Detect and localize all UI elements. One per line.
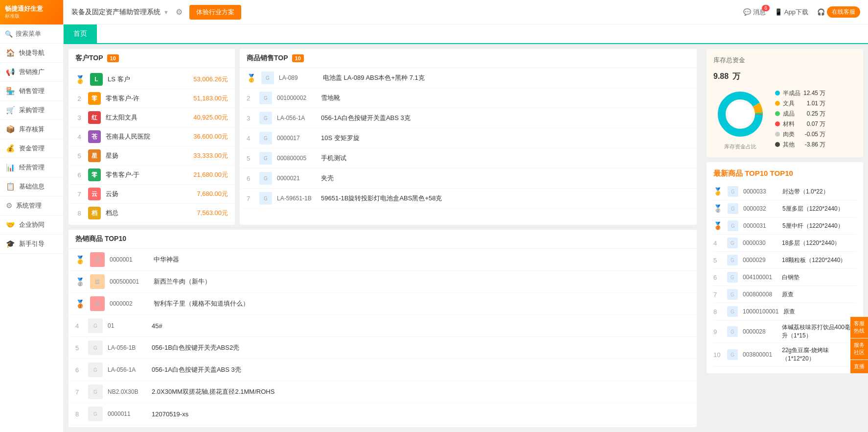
nav-label-sales: 销售管理 — [19, 87, 45, 96]
product-code: 000800005 — [277, 155, 316, 162]
sidebar-item-purchase[interactable]: 🛒采购管理 — [0, 101, 63, 120]
hot-product-row: 6 G LA-056-1A 056-1A白色按键开关盖ABS 3壳 — [69, 359, 697, 381]
legend-dot — [775, 111, 780, 116]
customer-avatar: 苍 — [88, 130, 101, 143]
hot-product-rank: 4 — [75, 322, 83, 330]
newest-rank: 8 — [713, 308, 722, 315]
product-name: 59651-1B旋转投影灯电池盒ABS黑色+58克 — [321, 194, 690, 203]
sidebar-item-quick-nav[interactable]: 🏠快捷导航 — [0, 44, 63, 63]
hot-product-row: 4 G 01 45# — [69, 315, 697, 337]
float-live[interactable]: 直播 — [850, 360, 868, 373]
customer-panel-header: 客户TOP 10 — [69, 49, 235, 68]
newest-row: 6 G 004100001 白钢垫 — [713, 269, 856, 286]
hot-product-code: 0000001 — [110, 256, 149, 263]
tab-home[interactable]: 首页 — [64, 24, 97, 43]
newest-rank: 10 — [713, 351, 722, 359]
customer-amount: 7,680.00元 — [197, 190, 228, 198]
product-row: 6 G 0000021 夹壳 — [240, 168, 697, 189]
newest-row: 🥉 G 0000031 5厘中纤（1220*2440） — [713, 217, 856, 235]
newest-code: 0000033 — [743, 188, 777, 195]
float-customer-service[interactable]: 客服热线 — [850, 317, 868, 338]
hot-product-img: G — [88, 318, 103, 333]
online-service-item[interactable]: 🎧 在线客服 — [817, 6, 860, 18]
app-download-item[interactable]: 📱 App下载 — [775, 8, 808, 17]
customer-amount: 53,006.26元 — [193, 75, 228, 84]
sidebar-item-operations[interactable]: 📊经营管理 — [0, 158, 63, 177]
legend-label: 文具 — [783, 99, 795, 108]
newest-img: G — [727, 326, 738, 337]
newest-img: G — [727, 238, 738, 248]
product-sales-header: 商品销售TOP 10 — [240, 49, 697, 68]
notifications-badge: 6 — [762, 5, 770, 11]
customer-avatar: 零 — [88, 168, 101, 181]
customer-amount: 36,600.00元 — [193, 132, 228, 141]
sidebar-item-inventory[interactable]: 📦库存核算 — [0, 120, 63, 139]
customer-avatar: 零 — [88, 92, 101, 105]
sidebar-nav: 🏠快捷导航📢营销推广🏪销售管理🛒采购管理📦库存核算💰资金管理📊经营管理📋基础信息… — [0, 44, 63, 254]
topbar-header: 装备及固定资产辅助管理系统 ▼ ⚙ 体验行业方案 💬 消息 6 📱 App下载 … — [64, 0, 868, 24]
sidebar-item-newbie[interactable]: 🎓新手引导 — [0, 235, 63, 254]
newest-row: 8 G 10000100001 原查 — [713, 303, 856, 320]
hot-product-code: 000500001 — [110, 278, 149, 285]
sidebar-logo-sub: 标准版 — [5, 13, 43, 20]
product-name: 电池盖 LA-089 ABS本色+黑种 7.1克 — [323, 73, 690, 82]
sidebar-item-marketing[interactable]: 📢营销推广 — [0, 63, 63, 82]
hot-product-img: G — [88, 384, 103, 399]
donut-chart — [713, 87, 767, 141]
customer-rank: 3 — [75, 114, 83, 121]
product-sales-badge: 10 — [292, 54, 304, 62]
customer-amount: 40,925.00元 — [193, 113, 228, 122]
product-row: 2 G 001000002 雪地靴 — [240, 88, 697, 108]
sidebar-logo: 畅捷通好生意 标准版 — [5, 5, 43, 20]
sidebar-item-base-info[interactable]: 📋基础信息 — [0, 177, 63, 196]
sidebar-item-enterprise[interactable]: 🤝企业协同 — [0, 216, 63, 235]
hot-product-name: 056-1B白色按键开关壳ABS2壳 — [152, 343, 690, 352]
newest-row: 5 G 0000029 18颗粒板（1220*2440） — [713, 252, 856, 269]
hot-product-name: 12070519-xs — [152, 410, 690, 418]
newest-img: G — [727, 306, 738, 317]
newest-code: 0000028 — [743, 328, 777, 335]
product-name: 10S 变矩罗旋 — [321, 134, 690, 143]
float-community[interactable]: 服务社区 — [850, 338, 868, 360]
newest-name: 5厘中纤（1220*2440） — [782, 222, 856, 230]
newest-row: 9 G 0000028 体碱荔枝味苏打饮品400毫升（1*15） — [713, 320, 856, 343]
hot-product-img: 🖼 — [90, 252, 105, 267]
hot-product-rank: 8 — [75, 410, 83, 418]
legend-item: 半成品 12.45 万 — [775, 89, 825, 97]
settings-button[interactable]: ⚙ — [174, 5, 184, 19]
product-rank: 2 — [247, 95, 254, 102]
legend-value: -3.86 万 — [805, 141, 826, 149]
customer-amount: 21,680.00元 — [193, 170, 228, 179]
hot-product-name: 056-1A白色按键开关盖ABS 3壳 — [152, 365, 690, 374]
trial-button[interactable]: 体验行业方案 — [189, 5, 241, 20]
customer-avatar: 云 — [88, 188, 101, 200]
customer-avatar: L — [90, 73, 103, 86]
customer-row: 8 档 档总 7,563.00元 — [69, 204, 235, 223]
newest-img: G — [727, 349, 738, 360]
sidebar-search[interactable]: 🔍 搜索菜单 — [0, 24, 63, 44]
sidebar-item-finance[interactable]: 💰资金管理 — [0, 139, 63, 158]
system-title-select[interactable]: 装备及固定资产辅助管理系统 ▼ — [71, 8, 169, 17]
topbar-right: 💬 消息 6 📱 App下载 🎧 在线客服 — [743, 6, 860, 18]
rank-medal: 🥇 — [713, 187, 723, 196]
customer-rank: 6 — [75, 171, 83, 179]
headset-icon: 🎧 — [817, 8, 825, 16]
customer-avatar: 档 — [88, 207, 101, 219]
sidebar-item-system[interactable]: ⚙系统管理 — [0, 196, 63, 216]
online-service-label[interactable]: 在线客服 — [827, 6, 860, 18]
newest-rank: 7 — [713, 291, 722, 298]
nav-label-inventory: 库存核算 — [19, 125, 45, 134]
newest-name: 22g鱼豆腐-烧烤味（1*12*20） — [782, 346, 856, 363]
chart-area: 库存资金占比 半成品 12.45 万 文具 1.01 万 成品 0.25 万 材… — [713, 87, 856, 150]
customer-rank: 5 — [75, 152, 83, 160]
nav-label-marketing: 营销推广 — [19, 68, 45, 76]
sidebar-item-sales[interactable]: 🏪销售管理 — [0, 82, 63, 101]
main-area: 装备及固定资产辅助管理系统 ▼ ⚙ 体验行业方案 💬 消息 6 📱 App下载 … — [64, 0, 868, 432]
nav-icon-marketing: 📢 — [6, 68, 15, 76]
notifications-item[interactable]: 💬 消息 6 — [743, 8, 766, 17]
customer-row: 6 零 零售客户-于 21,680.00元 — [69, 166, 235, 185]
nav-icon-purchase: 🛒 — [6, 106, 15, 115]
product-name: 雪地靴 — [321, 94, 690, 102]
newest-badge: TOP10 — [745, 169, 768, 177]
hot-products-header: 热销商品 TOP10 — [69, 230, 697, 249]
